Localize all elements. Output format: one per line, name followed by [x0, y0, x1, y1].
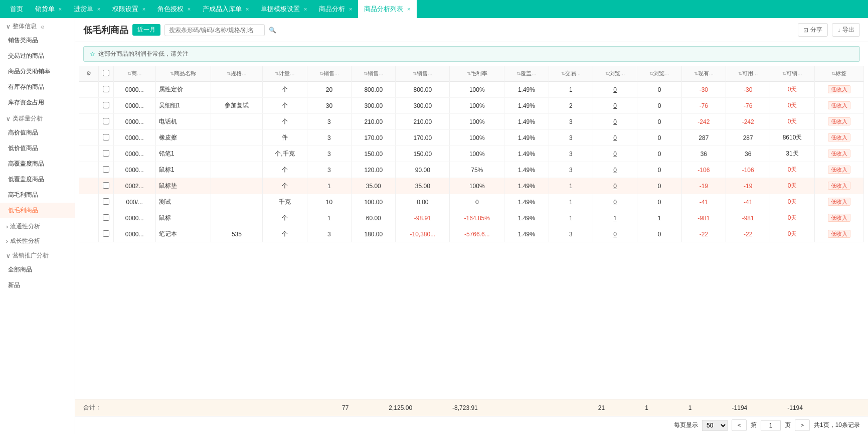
- nav-products[interactable]: 产成品入库单 ×: [197, 0, 255, 18]
- row-settings: [79, 226, 98, 242]
- row-checkbox[interactable]: [98, 146, 113, 162]
- close-analysis-list-icon[interactable]: ×: [407, 6, 410, 12]
- sidebar-item-traded-goods[interactable]: 交易过的商品: [0, 48, 75, 64]
- row-view1[interactable]: 0: [593, 82, 637, 98]
- col-tag[interactable]: 标签: [814, 66, 863, 82]
- sidebar-item-high-margin[interactable]: 高毛利商品: [0, 187, 75, 203]
- row-code: 0000...: [113, 146, 155, 162]
- sidebar-item-all-goods[interactable]: 全部商品: [0, 262, 75, 277]
- col-unit[interactable]: 计量...: [263, 66, 307, 82]
- row-checkbox[interactable]: [98, 130, 113, 146]
- export-button[interactable]: ↓ 导出: [832, 23, 860, 37]
- close-sales-icon[interactable]: ×: [59, 6, 62, 12]
- row-view1[interactable]: 0: [593, 178, 637, 194]
- col-checkbox[interactable]: [98, 66, 113, 82]
- footer-available: -1194: [787, 404, 803, 411]
- sidebar-item-low-coverage[interactable]: 低覆盖度商品: [0, 172, 75, 187]
- col-sales-profit[interactable]: 销售...: [396, 66, 450, 82]
- close-permissions-icon[interactable]: ×: [142, 6, 145, 12]
- row-checkbox[interactable]: [98, 210, 113, 226]
- sidebar-item-stocked-goods[interactable]: 有库存的商品: [0, 79, 75, 95]
- row-view1[interactable]: 0: [593, 114, 637, 130]
- row-checkbox[interactable]: [98, 98, 113, 114]
- close-products-icon[interactable]: ×: [246, 6, 249, 12]
- row-gross-margin: 0: [450, 194, 504, 210]
- row-view2: 0: [637, 226, 681, 242]
- sidebar-item-category-rate[interactable]: 商品分类助销率: [0, 64, 75, 79]
- row-checkbox[interactable]: [98, 178, 113, 194]
- close-templates-icon[interactable]: ×: [304, 6, 307, 12]
- nav-templates[interactable]: 单据模板设置 ×: [255, 0, 313, 18]
- row-view1[interactable]: 0: [593, 194, 637, 210]
- row-checkbox[interactable]: [98, 82, 113, 98]
- row-code: 0000...: [113, 114, 155, 130]
- row-tag: 低收入: [814, 194, 863, 210]
- nav-roles[interactable]: 角色授权 ×: [151, 0, 197, 18]
- col-name[interactable]: 商品名称: [155, 66, 211, 82]
- row-view1[interactable]: 0: [593, 146, 637, 162]
- row-checkbox[interactable]: [98, 162, 113, 178]
- close-purchase-icon[interactable]: ×: [97, 6, 100, 12]
- nav-analysis[interactable]: 商品分析 ×: [313, 0, 358, 18]
- row-checkbox[interactable]: [98, 114, 113, 130]
- header-actions: ⊡ 分享 ↓ 导出: [798, 23, 860, 37]
- sidebar-item-high-coverage[interactable]: 高覆盖度商品: [0, 156, 75, 172]
- row-view1[interactable]: 0: [593, 130, 637, 146]
- col-gross-margin[interactable]: 毛利率: [450, 66, 504, 82]
- sidebar-item-high-value[interactable]: 高价值商品: [0, 125, 75, 140]
- nav-home[interactable]: 首页: [4, 0, 29, 18]
- select-all-checkbox[interactable]: [103, 70, 109, 76]
- row-view1[interactable]: 0: [593, 98, 637, 114]
- row-trade: 3: [549, 114, 593, 130]
- row-checkbox[interactable]: [98, 194, 113, 210]
- row-view1[interactable]: 0: [593, 162, 637, 178]
- col-sales-amount[interactable]: 销售...: [352, 66, 396, 82]
- row-salable: 0天: [770, 178, 814, 194]
- col-spec[interactable]: 规格...: [211, 66, 262, 82]
- row-settings: [79, 146, 98, 162]
- row-sales-amount: 35.00: [352, 178, 396, 194]
- row-view2: 0: [637, 114, 681, 130]
- nav-sales[interactable]: 销货单 ×: [29, 0, 68, 18]
- row-sales-profit: 300.00: [396, 98, 450, 114]
- row-unit: 个: [263, 226, 307, 242]
- page-size-select[interactable]: 50 100 200: [702, 420, 728, 431]
- col-available[interactable]: 可用...: [726, 66, 770, 82]
- page-title: 低毛利商品: [83, 24, 128, 36]
- table-container[interactable]: ⚙ 商... 商品名称 规格... 计量... 销售... 销售... 销售..…: [75, 66, 868, 399]
- top-navigation: 首页 销货单 × 进货单 × 权限设置 × 角色授权 × 产成品入库单 × 单据…: [0, 0, 868, 18]
- search-input[interactable]: [164, 24, 265, 36]
- nav-purchase[interactable]: 进货单 ×: [68, 0, 106, 18]
- search-icon[interactable]: 🔍: [269, 27, 276, 34]
- row-checkbox[interactable]: [98, 226, 113, 242]
- page-number-input[interactable]: [761, 420, 781, 430]
- close-roles-icon[interactable]: ×: [188, 6, 191, 12]
- col-view2[interactable]: 浏览...: [637, 66, 681, 82]
- sidebar-item-new-goods[interactable]: 新品: [0, 277, 75, 293]
- nav-analysis-list[interactable]: 商品分析列表 ×: [358, 0, 416, 18]
- col-current-stock[interactable]: 现有...: [681, 66, 726, 82]
- row-view1[interactable]: 0: [593, 226, 637, 242]
- nav-permissions[interactable]: 权限设置 ×: [106, 0, 151, 18]
- sidebar-item-low-value[interactable]: 低价值商品: [0, 140, 75, 156]
- col-coverage[interactable]: 覆盖...: [504, 66, 549, 82]
- notice-icon: ☆: [90, 51, 95, 58]
- col-salable[interactable]: 可销...: [770, 66, 814, 82]
- sidebar-collapse-btn[interactable]: «: [41, 23, 45, 31]
- close-analysis-icon[interactable]: ×: [349, 6, 352, 12]
- prev-page-button[interactable]: ＜: [732, 419, 747, 431]
- row-tag: 低收入: [814, 162, 863, 178]
- time-filter-button[interactable]: 近一月: [132, 24, 160, 36]
- col-code[interactable]: 商...: [113, 66, 155, 82]
- sidebar-item-low-margin[interactable]: 低毛利商品: [0, 203, 75, 218]
- share-button[interactable]: ⊡ 分享: [798, 23, 828, 37]
- sidebar-item-sales-goods[interactable]: 销售类商品: [0, 33, 75, 48]
- col-view1[interactable]: 浏览...: [593, 66, 637, 82]
- next-page-button[interactable]: ＞: [795, 419, 810, 431]
- col-sales-qty[interactable]: 销售...: [307, 66, 351, 82]
- col-settings[interactable]: ⚙: [79, 66, 98, 82]
- chevron-down-icon3: ∨: [6, 252, 11, 259]
- sidebar-item-capital-usage[interactable]: 库存资金占用: [0, 95, 75, 110]
- col-trade[interactable]: 交易...: [549, 66, 593, 82]
- row-view1[interactable]: 1: [593, 210, 637, 226]
